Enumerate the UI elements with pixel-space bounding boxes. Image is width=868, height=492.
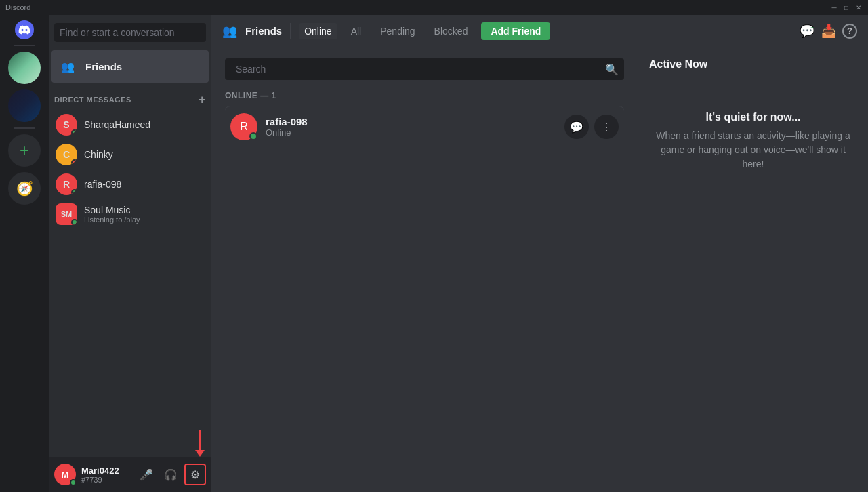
avatar-chinky: C [56, 144, 77, 165]
current-user-avatar: M [54, 464, 76, 485]
new-group-dm-button[interactable]: 💬 + [799, 23, 815, 39]
friend-row-rafia[interactable]: R rafia-098 Online 💬 ⋮ [225, 106, 624, 147]
dm-panel: 👥 Friends Direct Messages + S SharqaHame… [49, 15, 211, 492]
current-user-initials: M [62, 470, 69, 480]
status-dot-rafia [71, 189, 77, 195]
app-container: + 🧭 👥 Friends Direct Messages + S Sharqa… [0, 15, 868, 492]
app-title: Discord [5, 3, 30, 12]
server-separator-2 [14, 127, 35, 129]
dm-name-sharqahameed: SharqaHameed [84, 119, 150, 130]
dm-name-wrap-soul-music: Soul Music Listening to /play [84, 205, 140, 224]
arrow-head [195, 450, 205, 457]
friends-list: 🔍 ONLINE — 1 R rafia-098 Online 💬 [211, 47, 638, 492]
titlebar: Discord ─ □ ✕ [0, 0, 868, 15]
dm-name-soul-music: Soul Music [84, 205, 140, 216]
dm-sub-soul-music: Listening to /play [84, 216, 140, 224]
inbox-icon: 📥 [821, 24, 836, 39]
arrow-indicator [195, 430, 205, 457]
dm-name-wrap-chinky: Chinky [84, 149, 113, 160]
friends-nav-icon: 👥 [57, 56, 79, 77]
friends-header-title: Friends [245, 25, 282, 37]
friends-header-icon: 👥 [222, 24, 237, 39]
window-controls: ─ □ ✕ [830, 3, 863, 12]
friend-actions-rafia: 💬 ⋮ [564, 115, 619, 139]
tab-all[interactable]: All [346, 23, 367, 39]
avatar-soul-music: SM [56, 203, 77, 225]
dm-name-wrap-sharqahameed: SharqaHameed [84, 119, 150, 130]
dm-item-sharqahameed[interactable]: S SharqaHameed [51, 110, 209, 140]
explore-servers-button[interactable]: 🧭 [8, 172, 41, 205]
arrow-line [199, 430, 201, 450]
active-now-panel: Active Now It's quiet for now... When a … [638, 47, 868, 492]
dm-list: S SharqaHameed C Chinky [49, 108, 211, 457]
tab-online[interactable]: Online [299, 23, 337, 39]
dm-name-rafia: rafia-098 [84, 179, 121, 190]
friend-name-rafia: rafia-098 [266, 116, 564, 127]
server-separator [14, 45, 35, 46]
header-divider [290, 23, 291, 39]
dm-section-label: Direct Messages [54, 96, 131, 104]
help-icon: ? [847, 26, 852, 36]
search-input[interactable] [54, 23, 206, 42]
avatar-rafia: R [56, 173, 77, 195]
friend-avatar-rafia: R [230, 113, 257, 140]
close-button[interactable]: ✕ [854, 3, 863, 12]
online-header: ONLINE — 1 [225, 91, 624, 100]
settings-button[interactable]: ⚙ [184, 464, 206, 485]
mute-button[interactable]: 🎤 [136, 464, 157, 485]
user-area: M Mari0422 #7739 🎤 🎧 ⚙ [49, 457, 211, 492]
help-button[interactable]: ? [842, 24, 857, 39]
user-controls: 🎤 🎧 ⚙ [136, 464, 206, 485]
dm-section-header: Direct Messages + [49, 83, 211, 108]
current-user-info: Mari0422 #7739 [81, 466, 130, 484]
quiet-container: It's quiet for now... When a friend star… [649, 84, 857, 171]
main-content: 👥 Friends Online All Pending Blocked Add… [211, 15, 868, 492]
quiet-desc: When a friend starts an activity—like pl… [649, 129, 857, 171]
dm-item-rafia[interactable]: R rafia-098 [51, 169, 209, 199]
active-now-title: Active Now [649, 58, 857, 70]
friend-status-dot-rafia [249, 132, 257, 140]
dm-item-chinky[interactable]: C Chinky [51, 140, 209, 169]
tab-pending[interactable]: Pending [375, 23, 420, 39]
friends-search-input[interactable] [230, 58, 605, 80]
add-server-button[interactable]: + [8, 134, 41, 167]
deafen-button[interactable]: 🎧 [160, 464, 182, 485]
dm-name-wrap-rafia: rafia-098 [84, 179, 121, 190]
status-dot-soul-music [71, 219, 77, 225]
friend-info-rafia: rafia-098 Online [266, 116, 564, 138]
message-friend-button[interactable]: 💬 [564, 115, 589, 139]
avatar-sharqahameed: S [56, 114, 77, 136]
status-dot-chinky [71, 159, 77, 165]
friend-status-rafia: Online [266, 127, 564, 138]
header-actions: 💬 + 📥 ? [799, 23, 857, 39]
tab-blocked[interactable]: Blocked [429, 23, 474, 39]
friends-nav-item[interactable]: 👥 Friends [51, 50, 209, 83]
restore-button[interactable]: □ [842, 3, 850, 12]
dm-item-soul-music[interactable]: SM Soul Music Listening to /play [51, 199, 209, 229]
friends-nav-label: Friends [85, 61, 122, 73]
current-user-status [70, 479, 77, 486]
friends-header: 👥 Friends Online All Pending Blocked Add… [211, 15, 868, 47]
home-server-icon[interactable] [15, 20, 34, 39]
add-friend-button[interactable]: Add Friend [481, 22, 550, 40]
search-icon: 🔍 [605, 63, 619, 76]
current-user-name: Mari0422 [81, 466, 130, 476]
current-user-tag: #7739 [81, 476, 130, 484]
server-sidebar: + 🧭 [0, 15, 49, 492]
quiet-title: It's quiet for now... [649, 111, 857, 123]
dm-name-chinky: Chinky [84, 149, 113, 160]
server-icon-2[interactable] [8, 89, 41, 122]
more-options-button[interactable]: ⋮ [594, 115, 619, 139]
search-bar: 🔍 [225, 58, 624, 80]
dm-search-bar [49, 15, 211, 50]
minimize-button[interactable]: ─ [830, 3, 838, 12]
dm-add-button[interactable]: + [199, 94, 206, 106]
inbox-button[interactable]: 📥 [821, 23, 837, 39]
friends-area: 🔍 ONLINE — 1 R rafia-098 Online 💬 [211, 47, 868, 492]
server-icon-1[interactable] [8, 52, 41, 84]
status-dot-sharqahameed [71, 129, 77, 136]
